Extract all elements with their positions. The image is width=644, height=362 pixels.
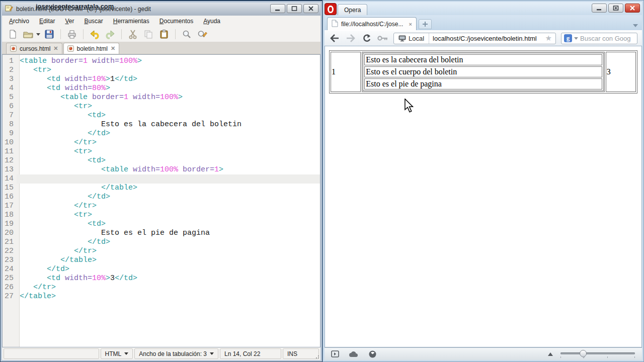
bookmark-star-icon[interactable]: ★: [542, 34, 555, 43]
key-icon[interactable]: [377, 33, 388, 44]
code-line: 18 <tr>: [3, 211, 320, 220]
file-icon: [10, 45, 17, 52]
editor-tab-cursos.html[interactable]: cursos.html✕: [6, 43, 62, 54]
open-folder-icon[interactable]: [22, 28, 35, 40]
tab-width-dropdown[interactable]: Ancho de la tabulación: 3: [134, 348, 218, 359]
inner-table-cell: Esto es el pie de pagina: [364, 78, 602, 89]
tab-close-icon[interactable]: ✕: [53, 45, 58, 52]
menu-documentos[interactable]: Documentos: [159, 18, 193, 25]
local-badge[interactable]: Local: [394, 33, 429, 44]
tab-close-icon[interactable]: ×: [409, 21, 412, 27]
code-line: 25 <td width=10%>3</td>: [3, 274, 320, 283]
code-line: 9 </td>: [3, 129, 320, 138]
paste-icon[interactable]: [157, 28, 171, 40]
reload-button[interactable]: [361, 33, 372, 44]
code-line: 27</table>: [3, 292, 320, 301]
code-line: 6 <tr>: [3, 102, 320, 111]
menu-ver[interactable]: Ver: [65, 18, 74, 25]
opera-close-button[interactable]: [625, 4, 640, 13]
save-icon[interactable]: [43, 28, 56, 40]
copy-icon[interactable]: [142, 28, 155, 40]
code-line: 1<table border=1 width=100%>: [3, 57, 320, 66]
language-dropdown[interactable]: HTML: [101, 348, 133, 359]
open-dropdown-icon[interactable]: [36, 33, 40, 36]
gedit-window: boletin.html (BOOTCAMP (C:) \josevicente…: [0, 0, 323, 362]
editor-tab-boletin.html[interactable]: boletin.html✕: [63, 43, 120, 54]
search-icon[interactable]: [180, 28, 193, 40]
zoom-slider-thumb[interactable]: [580, 350, 587, 357]
code-line: 26 </tr>: [3, 283, 320, 292]
code-line: 17 </tr>: [3, 202, 320, 211]
opera-titlebar[interactable]: Opera: [325, 2, 642, 15]
opera-brand-label: Opera: [344, 7, 361, 14]
gedit-app-icon: [5, 4, 13, 14]
opera-menu-button[interactable]: Opera: [325, 2, 367, 15]
code-area: 1<table border=1 width=100%>2 <tr>3 <td …: [3, 55, 320, 301]
menu-editar[interactable]: Editar: [39, 18, 55, 25]
gedit-editor[interactable]: 1<table border=1 width=100%>2 <tr>3 <td …: [2, 54, 320, 347]
opera-turbo-icon[interactable]: [367, 348, 378, 359]
code-line: 14: [3, 174, 320, 184]
forward-button[interactable]: [345, 33, 356, 44]
menu-herramientas[interactable]: Herramientas: [113, 18, 149, 25]
code-line: 4 <td width=80%>: [3, 84, 320, 93]
url-input[interactable]: [429, 35, 541, 42]
opera-tabbar: file://localhost/C:/jose... ×: [325, 15, 642, 30]
opera-toolbar: Local ★ g: [325, 30, 642, 46]
code-line: 16 </td>: [3, 193, 320, 202]
opera-maximize-button[interactable]: [608, 4, 623, 13]
code-line: 24 </td>: [3, 265, 320, 274]
search-box[interactable]: g: [561, 33, 637, 44]
gedit-maximize-button[interactable]: [287, 4, 302, 13]
google-icon: g: [564, 34, 572, 42]
cut-icon[interactable]: [126, 28, 139, 40]
code-line: 19 <td>: [3, 220, 320, 229]
gedit-statusbar: HTML Ancho de la tabulación: 3 Ln 14, Co…: [2, 347, 320, 360]
new-document-icon[interactable]: [6, 28, 19, 40]
inner-table-cell: Esto es el cuerpo del boletin: [364, 66, 602, 77]
code-line: 13 <table width=100% border=1>: [3, 165, 320, 174]
tab-close-icon[interactable]: ✕: [111, 45, 115, 52]
menu-buscar[interactable]: Buscar: [84, 18, 103, 25]
code-line: 11 <tr>: [3, 147, 320, 156]
search-replace-icon[interactable]: [196, 28, 209, 40]
address-bar[interactable]: Local ★: [393, 33, 556, 44]
panels-icon[interactable]: [330, 348, 341, 359]
undo-icon[interactable]: [88, 28, 101, 40]
print-icon[interactable]: [65, 28, 78, 40]
gedit-tabbar: cursos.html✕boletin.html✕: [2, 42, 320, 54]
resize-grip[interactable]: [314, 354, 319, 359]
opera-minimize-button[interactable]: [592, 4, 607, 13]
search-input[interactable]: [580, 35, 634, 42]
tab-title: file://localhost/C:/jose...: [341, 21, 406, 28]
outer-cell-left: 1: [331, 52, 361, 92]
code-line: 22 </tr>: [3, 247, 320, 256]
gedit-close-button[interactable]: [303, 4, 318, 13]
code-line: 2 <tr>: [3, 66, 320, 75]
menu-ayuda[interactable]: Ayuda: [203, 18, 220, 25]
code-line: 12 <td>: [3, 156, 320, 165]
back-button[interactable]: [329, 33, 340, 44]
outer-cell-right: 3: [606, 52, 636, 92]
code-line: 15 </table>: [3, 184, 320, 193]
new-tab-button[interactable]: [419, 19, 432, 29]
gedit-menubar: ArchivoEditarVerBuscarHerramientasDocume…: [2, 16, 320, 27]
browser-tab[interactable]: file://localhost/C:/jose... ×: [327, 17, 417, 30]
redo-icon[interactable]: [104, 28, 117, 40]
zoom-slider[interactable]: [560, 349, 635, 358]
browser-viewport[interactable]: 1 Esto es la cabecera del boletinEsto es…: [325, 46, 642, 347]
page-icon: [332, 20, 338, 29]
zoom-popup-icon[interactable]: [548, 352, 553, 356]
watermark-text: josevicentecarratala.com: [36, 3, 114, 10]
code-line: 23 </table>: [3, 256, 320, 265]
gedit-minimize-button[interactable]: [270, 4, 285, 13]
menu-archivo[interactable]: Archivo: [9, 18, 29, 25]
opera-link-cloud-icon[interactable]: [348, 348, 359, 359]
inner-table-cell: Esto es la cabecera del boletin: [364, 54, 602, 65]
desktop: boletin.html (BOOTCAMP (C:) \josevicente…: [0, 0, 644, 362]
search-engine-chevron-icon[interactable]: [574, 37, 578, 40]
code-line: 21 </td>: [3, 238, 320, 247]
rendered-outer-table: 1 Esto es la cabecera del boletinEsto es…: [329, 50, 637, 94]
code-line: 20 Esto es el pie de pagina: [3, 229, 320, 238]
tab-list-chevron-icon[interactable]: [633, 24, 638, 27]
